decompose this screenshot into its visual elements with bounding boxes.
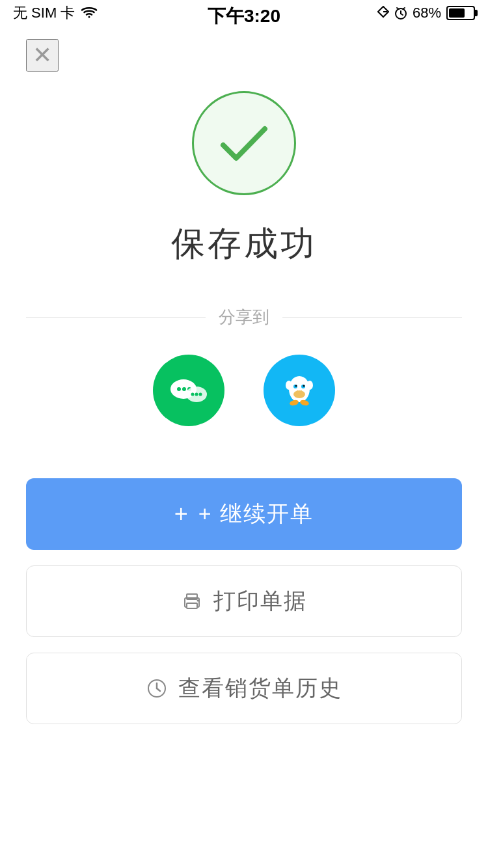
svg-point-7 — [177, 387, 181, 391]
action-buttons: + + 继续开单 打印单据 查看销货单历史 — [26, 478, 462, 724]
continue-button[interactable]: + + 继续开单 — [26, 478, 462, 550]
status-left: 无 SIM 卡 — [13, 3, 98, 23]
svg-rect-26 — [187, 603, 197, 608]
wechat-share-button[interactable] — [153, 355, 224, 426]
close-icon: ✕ — [33, 44, 52, 67]
svg-point-19 — [286, 381, 292, 390]
share-divider: 分享到 — [26, 306, 462, 329]
print-button[interactable]: 打印单据 — [26, 565, 462, 637]
print-icon — [181, 590, 203, 612]
continue-label: + 继续开单 — [198, 499, 314, 529]
battery-icon — [446, 6, 475, 20]
print-label: 打印单据 — [213, 586, 307, 616]
share-label: 分享到 — [219, 306, 269, 329]
wifi-icon — [80, 6, 98, 20]
svg-line-30 — [157, 688, 160, 691]
svg-line-3 — [401, 14, 403, 15]
main-content: ✕ 保存成功 分享到 — [0, 26, 488, 868]
status-bar: 无 SIM 卡 下午3:20 68% — [0, 0, 488, 26]
status-time: 下午3:20 — [208, 4, 280, 29]
success-title: 保存成功 — [171, 221, 317, 267]
svg-line-5 — [403, 8, 405, 9]
checkmark-icon — [218, 122, 270, 165]
location-icon — [377, 6, 389, 20]
qq-icon — [280, 371, 319, 410]
svg-point-11 — [191, 392, 194, 396]
share-icons-row — [153, 355, 335, 426]
battery-text: 68% — [413, 5, 441, 21]
continue-icon: + — [174, 500, 188, 528]
svg-point-27 — [197, 600, 199, 602]
history-icon — [146, 677, 168, 699]
svg-line-4 — [397, 8, 399, 9]
svg-point-20 — [306, 381, 313, 390]
svg-point-13 — [198, 392, 202, 396]
history-button[interactable]: 查看销货单历史 — [26, 653, 462, 724]
status-right: 68% — [377, 5, 475, 21]
qq-share-button[interactable] — [264, 355, 335, 426]
svg-point-8 — [182, 387, 186, 391]
divider-left — [26, 317, 206, 318]
sim-text: 无 SIM 卡 — [13, 3, 75, 23]
svg-point-12 — [195, 392, 198, 396]
success-icon — [192, 91, 296, 195]
history-label: 查看销货单历史 — [178, 673, 342, 703]
svg-point-17 — [295, 385, 297, 387]
wechat-icon — [168, 370, 210, 412]
alarm-icon — [394, 6, 407, 20]
svg-point-21 — [293, 390, 305, 398]
divider-right — [282, 317, 462, 318]
close-button[interactable]: ✕ — [26, 39, 59, 72]
svg-point-18 — [303, 385, 305, 387]
